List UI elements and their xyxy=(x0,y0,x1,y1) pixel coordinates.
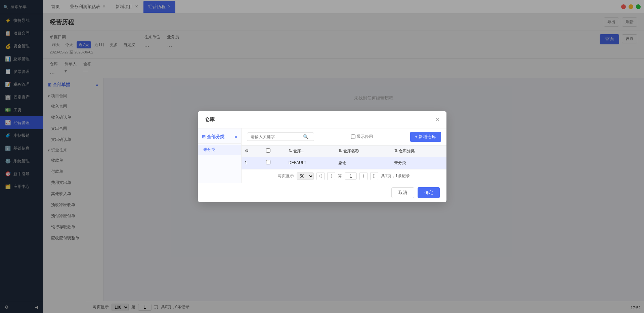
gear-icon[interactable]: ⚙ xyxy=(245,149,249,153)
prev-page-btn[interactable]: ⟨ xyxy=(327,172,335,180)
modal-action-bar: 取消 确定 xyxy=(198,183,446,202)
add-warehouse-button[interactable]: + 新增仓库 xyxy=(410,132,441,142)
row-name: 总仓 xyxy=(335,157,391,169)
modal-table-body: 1 DEFAULT 总仓 未分类 xyxy=(242,157,446,169)
modal-toolbar: 🔍 显示停用 + 新增仓库 xyxy=(242,128,446,146)
modal-left-panel: ⊞ 全部分类 « 未分类 xyxy=(198,128,242,183)
modal-body: ⊞ 全部分类 « 未分类 🔍 xyxy=(198,128,446,183)
row-checkbox xyxy=(263,157,285,169)
cancel-button[interactable]: 取消 xyxy=(391,187,414,198)
modal-left-unclassified[interactable]: 未分类 xyxy=(198,145,241,155)
per-page-text: 每页显示 xyxy=(278,173,294,179)
search-icon-2: 🔍 xyxy=(303,134,308,139)
modal-left-all-label: ⊞ 全部分类 xyxy=(202,134,224,140)
col-settings: ⚙ xyxy=(242,146,263,157)
modal-search-box[interactable]: 🔍 xyxy=(247,132,314,141)
sort-icon-cat[interactable]: ⇅ xyxy=(394,149,397,153)
modal-collapse-icon[interactable]: « xyxy=(234,134,237,139)
col-name: ⇅ 仓库名称 xyxy=(335,146,391,157)
show-disabled-checkbox[interactable] xyxy=(351,134,355,139)
grid-icon-2: ⊞ xyxy=(202,134,206,139)
modal-left-header[interactable]: ⊞ 全部分类 « xyxy=(198,132,241,142)
modal-overlay: 仓库 ✕ ⊞ 全部分类 « 未分类 xyxy=(0,0,644,313)
row-code: DEFAULT xyxy=(285,157,335,169)
total-label: 共1页，1条记录 xyxy=(381,173,410,179)
modal-per-page-select[interactable]: 50 100 xyxy=(297,172,314,180)
modal-right-panel: 🔍 显示停用 + 新增仓库 ⚙ xyxy=(242,128,446,183)
show-disabled-checkbox-group: 显示停用 xyxy=(351,134,373,140)
row-category: 未分类 xyxy=(391,157,446,169)
warehouse-modal: 仓库 ✕ ⊞ 全部分类 « 未分类 xyxy=(198,111,446,202)
modal-left-divider xyxy=(198,143,241,144)
modal-table-container: ⚙ ⇅ 仓库... ⇅ xyxy=(242,146,446,169)
col-checkbox xyxy=(263,146,285,157)
modal-title: 仓库 xyxy=(205,116,215,123)
modal-table-pagination: 每页显示 50 100 ⟨⟨ ⟨ 算 ⟩ ⟩⟩ 共1页，1条记录 xyxy=(242,169,446,183)
modal-table-header-row: ⚙ ⇅ 仓库... ⇅ xyxy=(242,146,446,157)
page-text: 算 xyxy=(338,173,342,179)
sort-icon-code[interactable]: ⇅ xyxy=(289,149,292,153)
confirm-button[interactable]: 确定 xyxy=(418,187,440,198)
col-category: ⇅ 仓库分类 xyxy=(391,146,446,157)
modal-search-input[interactable] xyxy=(251,134,301,139)
select-all-checkbox[interactable] xyxy=(266,148,270,153)
show-disabled-label: 显示停用 xyxy=(357,134,373,140)
next-page-btn[interactable]: ⟩ xyxy=(359,172,368,180)
row-settings: 1 xyxy=(242,157,263,169)
last-page-btn[interactable]: ⟩⟩ xyxy=(370,172,378,180)
first-page-btn[interactable]: ⟨⟨ xyxy=(316,172,325,180)
sort-icon-name[interactable]: ⇅ xyxy=(338,149,342,153)
col-code: ⇅ 仓库... xyxy=(285,146,335,157)
system-time: 17:52 xyxy=(631,306,641,310)
modal-close-button[interactable]: ✕ xyxy=(435,116,440,123)
table-row[interactable]: 1 DEFAULT 总仓 未分类 xyxy=(242,157,446,169)
row-select-checkbox[interactable] xyxy=(266,160,270,164)
warehouse-table: ⚙ ⇅ 仓库... ⇅ xyxy=(242,146,446,169)
modal-table-header: ⚙ ⇅ 仓库... ⇅ xyxy=(242,146,446,157)
modal-header: 仓库 ✕ xyxy=(198,111,446,128)
modal-page-input[interactable] xyxy=(345,172,357,180)
